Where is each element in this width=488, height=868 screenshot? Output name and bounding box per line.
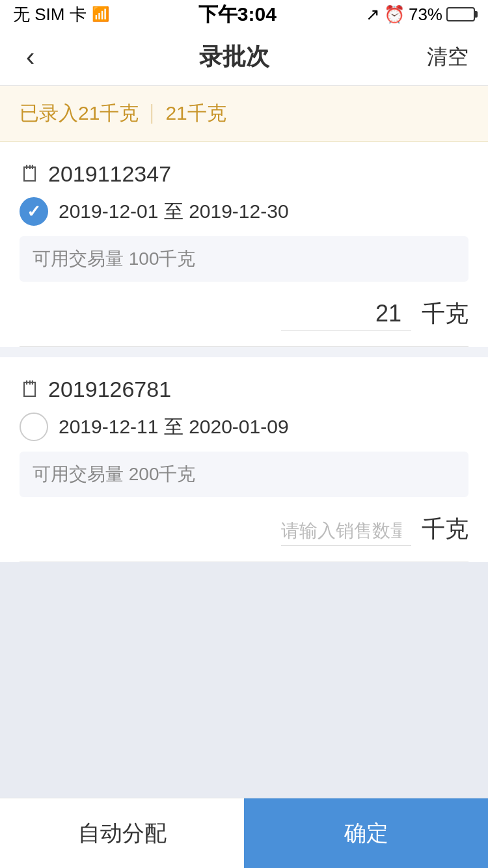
batch-input-row-2: 千克 xyxy=(0,497,488,546)
total-label: 21千克 xyxy=(165,100,226,127)
wifi-icon: 📶 xyxy=(92,6,109,23)
battery-icon xyxy=(446,7,475,21)
recorded-label: 已录入21千克 xyxy=(20,100,139,127)
back-button[interactable]: ‹ xyxy=(20,36,41,78)
content-area: 🗒 2019112347 2019-12-01 至 2019-12-30 可用交… xyxy=(0,142,488,822)
batch-id-row-2: 🗒 2019126781 xyxy=(20,377,468,402)
status-bar: 无 SIM 卡 📶 下午3:04 ↗ ⏰ 73% xyxy=(0,0,488,29)
summary-bar: 已录入21千克 21千克 xyxy=(0,86,488,142)
batch-qty-1: 可用交易量 100千克 xyxy=(20,236,468,282)
batch-icon-2: 🗒 xyxy=(20,377,42,402)
alarm-icon: ⏰ xyxy=(384,5,405,25)
nav-bar: ‹ 录批次 清空 xyxy=(0,29,488,86)
battery-percent: 73% xyxy=(409,5,442,25)
batch-qty-2: 可用交易量 200千克 xyxy=(20,452,468,497)
radio-1[interactable] xyxy=(20,197,48,226)
radio-2[interactable] xyxy=(20,413,48,441)
batch-unit-2: 千克 xyxy=(422,513,468,545)
confirm-button[interactable]: 确定 xyxy=(244,798,488,868)
batch-date-row-2[interactable]: 2019-12-11 至 2020-01-09 xyxy=(20,413,468,441)
clear-button[interactable]: 清空 xyxy=(427,43,468,72)
batch-date-1: 2019-12-01 至 2019-12-30 xyxy=(59,198,289,225)
batch-id-2: 2019126781 xyxy=(48,377,171,402)
batch-id-1: 2019112347 xyxy=(48,161,171,187)
batch-item-2: 🗒 2019126781 2019-12-11 至 2020-01-09 可用交… xyxy=(0,357,488,562)
carrier-label: 无 SIM 卡 xyxy=(13,3,87,26)
auto-distribute-button[interactable]: 自动分配 xyxy=(0,798,244,868)
batch-input-row-1: 千克 xyxy=(0,282,488,331)
status-bar-left: 无 SIM 卡 📶 xyxy=(13,3,109,26)
batch-date-row-1[interactable]: 2019-12-01 至 2019-12-30 xyxy=(20,197,468,226)
batch-id-row-1: 🗒 2019112347 xyxy=(20,161,468,187)
location-icon: ↗ xyxy=(366,5,380,25)
batch-qty-input-2[interactable] xyxy=(281,513,411,546)
batch-item-1: 🗒 2019112347 2019-12-01 至 2019-12-30 可用交… xyxy=(0,142,488,347)
page-title: 录批次 xyxy=(199,41,269,73)
status-bar-right: ↗ ⏰ 73% xyxy=(366,5,475,25)
batch-icon-1: 🗒 xyxy=(20,161,42,187)
section-gap-1 xyxy=(0,347,488,357)
empty-area xyxy=(0,562,488,822)
bottom-bar: 自动分配 确定 xyxy=(0,798,488,868)
time-label: 下午3:04 xyxy=(198,1,277,28)
batch-unit-1: 千克 xyxy=(422,298,468,330)
batch-qty-input-1[interactable] xyxy=(281,297,411,331)
summary-divider xyxy=(152,104,152,124)
batch-date-2: 2019-12-11 至 2020-01-09 xyxy=(59,414,289,441)
